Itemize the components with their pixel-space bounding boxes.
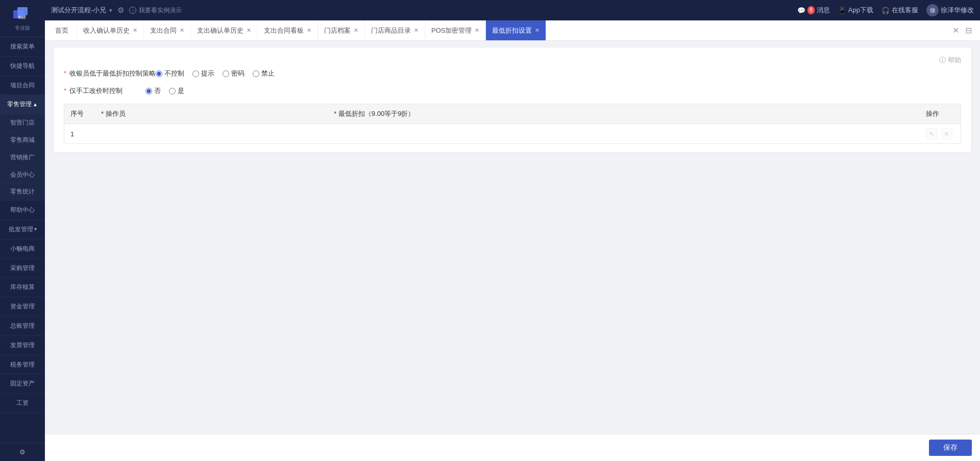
user-menu-button[interactable]: 徐 徐泽华修改 bbox=[926, 4, 974, 16]
tab-close-all-button[interactable]: ✕ bbox=[950, 25, 961, 36]
sidebar-item-label: 会员中心 bbox=[0, 171, 45, 179]
policy-option-no-control[interactable]: 不控制 bbox=[156, 69, 184, 78]
sidebar-item-accounting[interactable]: 总账管理 bbox=[0, 317, 45, 336]
tab-payment-contract[interactable]: 支出合同 ✕ bbox=[144, 20, 191, 41]
topbar-actions: 💬 8 消息 📱 App下载 🎧 在线客服 徐 徐泽华修改 bbox=[797, 4, 974, 16]
tab-store-goods-label: 门店商品目录 bbox=[371, 26, 411, 35]
sidebar-item-batch-mgmt[interactable]: 批发管理 ▾ bbox=[0, 220, 45, 239]
col-discount-label: * 最低折扣（9.00等于9折） bbox=[334, 110, 414, 117]
sidebar-item-label: 零售商城 bbox=[0, 136, 45, 144]
tab-income-history[interactable]: 收入确认单历史 ✕ bbox=[77, 20, 144, 41]
policy-option-prompt-label: 提示 bbox=[201, 69, 214, 78]
sidebar-item-quick-nav[interactable]: 快捷导航 bbox=[0, 57, 45, 76]
project-chevron-icon: ▾ bbox=[109, 7, 112, 14]
manual-required: * bbox=[64, 87, 66, 94]
app-download-button[interactable]: 📱 App下载 bbox=[838, 6, 873, 15]
manual-option-no-label: 否 bbox=[154, 86, 161, 95]
tab-close-icon[interactable]: ✕ bbox=[475, 27, 479, 34]
tab-payment-confirm-history[interactable]: 支出确认单历史 ✕ bbox=[191, 20, 258, 41]
tab-store-goods[interactable]: 门店商品目录 ✕ bbox=[365, 20, 425, 41]
sidebar-item-purchase-mgmt[interactable]: 采购管理 bbox=[0, 259, 45, 278]
sidebar-item-help-center[interactable]: 帮助中心 bbox=[0, 201, 45, 220]
sidebar-item-project-contract[interactable]: 项目合同 bbox=[0, 76, 45, 95]
avatar: 徐 bbox=[926, 4, 939, 16]
help-label: 帮助 bbox=[948, 56, 961, 65]
sidebar-item-inventory[interactable]: 库存核算 bbox=[0, 278, 45, 297]
discount-table-scroll[interactable]: 序号 * 操作员 * 最低折扣（9.00等于9折） 操作 bbox=[64, 104, 961, 143]
messages-button[interactable]: 💬 8 消息 bbox=[797, 6, 830, 15]
manual-radio-no[interactable] bbox=[145, 88, 152, 94]
logo-icon: 畅捷 bbox=[10, 5, 35, 23]
online-support-button[interactable]: 🎧 在线客服 bbox=[881, 6, 918, 15]
tab-home[interactable]: 首页 bbox=[47, 20, 77, 41]
edit-row-button[interactable]: ✎ bbox=[926, 128, 937, 139]
delete-row-button[interactable]: ✕ bbox=[941, 128, 952, 139]
policy-radio-password[interactable] bbox=[223, 70, 229, 77]
project-name: 测试分开流程-小兄 bbox=[51, 6, 106, 15]
message-icon: 💬 bbox=[797, 7, 805, 14]
policy-label-text: 收银员低于最低折扣控制策略 bbox=[69, 69, 156, 77]
tab-min-discount[interactable]: 最低折扣设置 ✕ bbox=[486, 20, 546, 41]
sidebar-item-label: 项目合同 bbox=[0, 81, 45, 90]
policy-option-forbid[interactable]: 禁止 bbox=[253, 69, 275, 78]
sidebar-item-search[interactable]: 搜索菜单 bbox=[0, 37, 45, 57]
sidebar-item-ecommerce[interactable]: 小畅电商 bbox=[0, 239, 45, 259]
tab-menu-button[interactable]: ⊟ bbox=[963, 25, 974, 36]
policy-option-password[interactable]: 密码 bbox=[223, 69, 244, 78]
manual-option-yes[interactable]: 是 bbox=[169, 86, 184, 95]
chevron-down-icon: ▾ bbox=[34, 226, 37, 233]
tab-payment-contract-board[interactable]: 支出合同看板 ✕ bbox=[258, 20, 318, 41]
demo-link[interactable]: ○ 我要看实例演示 bbox=[129, 6, 182, 15]
policy-option-prompt[interactable]: 提示 bbox=[192, 69, 214, 78]
tab-close-icon[interactable]: ✕ bbox=[180, 27, 184, 34]
tab-close-icon[interactable]: ✕ bbox=[307, 27, 311, 34]
tab-close-icon[interactable]: ✕ bbox=[247, 27, 251, 34]
sidebar-item-retail-stats[interactable]: 零售统计 bbox=[0, 183, 45, 201]
sidebar-item-member-center[interactable]: 会员中心 bbox=[0, 166, 45, 184]
sidebar-item-smart-store[interactable]: 智营门店 bbox=[0, 114, 45, 132]
page-content: ⓘ 帮助 * 收银员低于最低折扣控制策略 不控制 提示 bbox=[45, 41, 980, 434]
policy-radio-no-control[interactable] bbox=[156, 70, 162, 77]
topbar-gear-icon[interactable]: ⚙ bbox=[117, 6, 124, 15]
sidebar-item-invoice[interactable]: 发票管理 bbox=[0, 336, 45, 355]
col-operator-label: * 操作员 bbox=[101, 110, 126, 117]
sidebar-settings-button[interactable]: ⚙ bbox=[0, 443, 45, 461]
page-footer: 保存 bbox=[45, 434, 980, 461]
headset-icon: 🎧 bbox=[881, 7, 890, 14]
manual-option-no[interactable]: 否 bbox=[145, 86, 161, 95]
tab-pos-security[interactable]: POS加密管理 ✕ bbox=[425, 20, 486, 41]
sidebar-item-label: 工资 bbox=[0, 399, 45, 407]
sidebar-item-retail-mgmt[interactable]: 零售管理 ▲ bbox=[0, 95, 45, 114]
tab-close-icon[interactable]: ✕ bbox=[354, 27, 358, 34]
seq-value: 1 bbox=[70, 130, 74, 138]
tab-close-icon[interactable]: ✕ bbox=[133, 27, 137, 34]
sidebar-item-label: 固定资产 bbox=[0, 379, 45, 388]
policy-option-password-label: 密码 bbox=[231, 69, 244, 78]
policy-radio-prompt[interactable] bbox=[192, 70, 199, 77]
project-selector[interactable]: 测试分开流程-小兄 ▾ bbox=[51, 6, 112, 15]
policy-radio-group: 不控制 提示 密码 禁止 bbox=[156, 69, 275, 78]
manual-radio-yes[interactable] bbox=[169, 88, 176, 94]
sidebar-item-fixed-assets[interactable]: 固定资产 bbox=[0, 374, 45, 394]
app-download-label: App下载 bbox=[848, 6, 873, 15]
sidebar: 畅捷 专业版 搜索菜单 快捷导航 项目合同 零售管理 ▲ 智营门店 零售商城 营… bbox=[0, 0, 45, 461]
tab-store-profile[interactable]: 门店档案 ✕ bbox=[318, 20, 365, 41]
sidebar-item-label: 资金管理 bbox=[0, 302, 45, 311]
tab-close-icon[interactable]: ✕ bbox=[414, 27, 419, 34]
cell-action: ✎ ✕ bbox=[920, 124, 961, 144]
sidebar-item-tax[interactable]: 税务管理 bbox=[0, 355, 45, 375]
policy-option-no-control-label: 不控制 bbox=[164, 69, 184, 78]
save-button[interactable]: 保存 bbox=[929, 440, 972, 456]
sidebar-item-finance[interactable]: 资金管理 bbox=[0, 297, 45, 317]
policy-radio-forbid[interactable] bbox=[253, 70, 259, 77]
sidebar-item-retail-mall[interactable]: 零售商城 bbox=[0, 132, 45, 149]
sidebar-item-salary[interactable]: 工资 bbox=[0, 394, 45, 413]
col-header-seq: 序号 bbox=[64, 104, 95, 124]
policy-form-row: * 收银员低于最低折扣控制策略 不控制 提示 密码 bbox=[64, 69, 961, 78]
tab-close-icon[interactable]: ✕ bbox=[535, 27, 540, 34]
sidebar-item-marketing[interactable]: 营销推广 bbox=[0, 149, 45, 166]
col-header-operator: * 操作员 bbox=[95, 104, 328, 124]
topbar: 测试分开流程-小兄 ▾ ⚙ ○ 我要看实例演示 💬 8 消息 📱 App下载 🎧… bbox=[45, 0, 980, 20]
sidebar-item-label: 智营门店 bbox=[0, 118, 45, 127]
help-button[interactable]: ⓘ 帮助 bbox=[939, 56, 961, 65]
